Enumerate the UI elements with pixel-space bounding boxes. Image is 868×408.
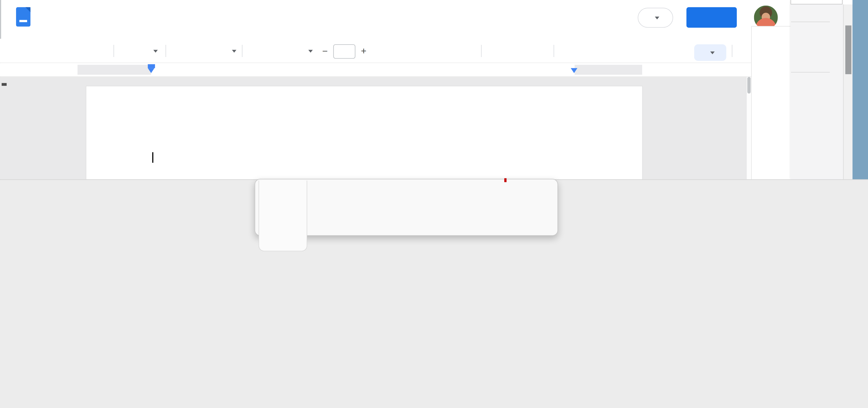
font-caret-icon: [308, 50, 313, 52]
document-scrollbar-thumb[interactable]: [747, 77, 751, 93]
toolbar-separator: [242, 45, 242, 57]
docs-logo-icon[interactable]: [16, 7, 31, 27]
red-mark: [504, 178, 506, 182]
share-button[interactable]: [686, 7, 737, 28]
right-indent-marker[interactable]: [571, 68, 577, 73]
google-side-panel: [751, 26, 790, 179]
present-caret-icon: [655, 16, 659, 19]
keyboard-settings-button[interactable]: [9, 185, 20, 196]
toolbar: − +: [0, 39, 751, 63]
style-caret-icon: [232, 50, 237, 52]
desktop-background-strip: [852, 0, 868, 179]
vertical-ruler-notch: [2, 83, 6, 86]
panel-scrollbar-thumb[interactable]: [845, 26, 851, 74]
overlap-window-field: [790, 0, 842, 4]
text-cursor: [152, 152, 153, 163]
docs-logo-fold: [26, 7, 31, 12]
increase-font-button[interactable]: +: [359, 46, 369, 57]
ruler-right-margin: [575, 65, 642, 75]
ruler: [0, 63, 751, 77]
file-size-panel: [790, 0, 843, 179]
size-panel-divider: [791, 72, 830, 72]
screen: − +: [0, 0, 868, 408]
left-indent-marker[interactable]: [148, 68, 154, 73]
mode-caret-icon: [710, 51, 715, 54]
zoom-select[interactable]: [119, 43, 158, 59]
panel-scrollbar[interactable]: [843, 4, 852, 180]
toolbar-separator: [732, 45, 733, 57]
toolbar-separator: [114, 45, 114, 57]
accent-popup-anchor-key[interactable]: [258, 180, 307, 251]
toolbar-separator: [481, 45, 482, 57]
size-panel-divider: [791, 22, 830, 22]
zoom-caret-icon: [153, 50, 158, 52]
docs-header: [0, 0, 790, 39]
decrease-font-button[interactable]: −: [320, 46, 330, 57]
document-canvas: [0, 77, 751, 179]
hide-menus-button[interactable]: [735, 46, 747, 59]
toolbar-separator: [554, 45, 554, 57]
font-size-stepper: − +: [320, 44, 369, 59]
ruler-left-margin: [78, 65, 151, 75]
first-line-indent-marker[interactable]: [148, 64, 155, 68]
present-button[interactable]: [638, 8, 673, 28]
keyboard-feedback-button[interactable]: [31, 185, 43, 197]
document-text-line: [152, 152, 153, 163]
keyboard-close-button[interactable]: [850, 186, 860, 196]
document-page[interactable]: [86, 86, 642, 179]
editing-mode-button[interactable]: [694, 44, 726, 61]
docs-logo-line: [20, 20, 27, 22]
keyboard-dock-button[interactable]: [827, 185, 837, 196]
paragraph-style-select[interactable]: [171, 43, 237, 59]
font-select[interactable]: [248, 43, 313, 59]
font-size-value[interactable]: [333, 44, 355, 59]
toolbar-separator: [165, 45, 166, 57]
account-avatar[interactable]: [754, 5, 778, 29]
document-outline-button[interactable]: [24, 96, 36, 108]
